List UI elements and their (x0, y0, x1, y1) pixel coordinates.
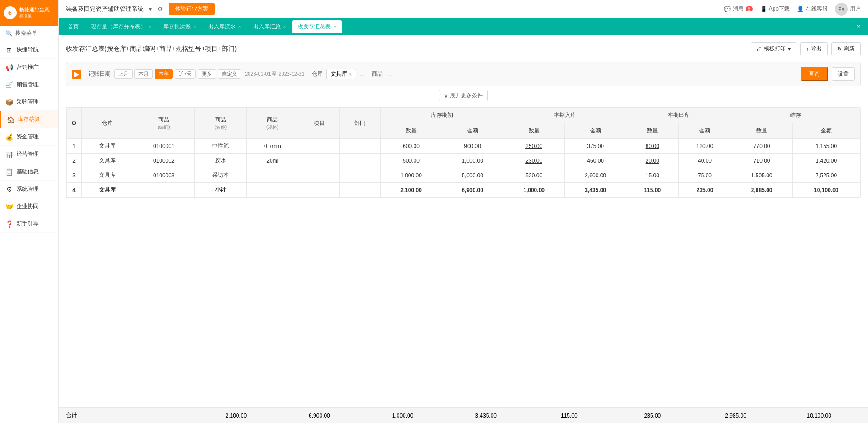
content-area: 收发存汇总表(按仓库+商品编码+商品+规格型号+项目+部门) 🖨 模板打印 ▾ … (59, 35, 868, 407)
system-title: 装备及固定资产辅助管理系统 (66, 5, 144, 13)
date-btn-上月[interactable]: 上月 (114, 69, 133, 79)
basic-icon: 📋 (6, 168, 13, 176)
expand-label: 展开更多条件 (450, 92, 483, 99)
tab-stock-dist[interactable]: 现存量（库存分布表）× (85, 20, 157, 33)
tab-label-batch-ledger: 库存批次账 (163, 23, 191, 31)
sidebar-item-enterprise[interactable]: 🤝企业协同 (0, 198, 58, 215)
inventory-label: 库存核算 (18, 115, 40, 123)
footer-in-qty: 1,000.00 (361, 412, 444, 419)
tab-close-batch-ledger[interactable]: × (194, 24, 196, 29)
tab-in-out-summary[interactable]: 出入库汇总× (248, 20, 292, 33)
user-action[interactable]: Ea 用户 (835, 3, 861, 16)
row-code-1: 0100002 (133, 154, 194, 168)
export-button[interactable]: ↑ 导出 (800, 42, 828, 55)
tab-in-out-flow[interactable]: 出入库流水× (203, 20, 247, 33)
tab-close-in-out-summary[interactable]: × (283, 24, 286, 29)
warehouse-more[interactable]: ... (360, 71, 365, 77)
sidebar-item-system[interactable]: ⚙系统管理 (0, 181, 58, 198)
sidebar-item-quick-nav[interactable]: ⊞快捷导航 (0, 41, 58, 59)
online-service-action[interactable]: 👤 在线客服 (797, 5, 828, 13)
search-icon: 🔍 (6, 30, 12, 37)
product-filter-group: 商品 ... (372, 70, 391, 78)
footer-out-qty: 115.00 (528, 412, 611, 419)
finance-icon: 💰 (6, 133, 13, 141)
tab-label-home: 首页 (68, 23, 79, 31)
main-area: 装备及固定资产辅助管理系统 ▾ ⚙ 体验行业方案 💬 消息 6 📱 App下载 … (59, 0, 868, 423)
date-btn-自定义[interactable]: 自定义 (218, 69, 241, 79)
export-label: 导出 (811, 45, 822, 53)
top-header: 装备及固定资产辅助管理系统 ▾ ⚙ 体验行业方案 💬 消息 6 📱 App下载 … (59, 0, 868, 18)
product-filter-label: 商品 (372, 70, 383, 78)
system-selector[interactable]: ▾ (149, 6, 152, 12)
expand-conditions-button[interactable]: ∨ 展开更多条件 (439, 90, 488, 101)
tab-close-in-out-flow[interactable]: × (238, 24, 241, 29)
sidebar-item-inventory[interactable]: 🏠库存核算 (0, 111, 58, 128)
settings-button[interactable]: 设置 (832, 67, 855, 81)
sidebar-item-marketing[interactable]: 📢营销推广 (0, 59, 58, 76)
date-btn-近7天[interactable]: 近7天 (175, 69, 196, 79)
filter-bar: ▶ 记账日期 上月本月本年近7天更多自定义 2023-01-01 至 2023-… (66, 62, 861, 86)
sidebar-item-purchase[interactable]: 📦采购管理 (0, 93, 58, 111)
close-all-tabs-button[interactable]: × (853, 22, 864, 31)
in-qty-header: 数量 (503, 123, 565, 139)
warehouse-filter-group: 仓库 文具库 × ... (312, 69, 365, 79)
row-dept-2 (339, 168, 380, 183)
row-seq-3: 4 (67, 183, 82, 198)
sidebar-item-basic[interactable]: 📋基础信息 (0, 163, 58, 181)
settings-icon[interactable]: ⚙ (157, 5, 163, 13)
tab-close-recv-send-summary[interactable]: × (333, 24, 336, 29)
row-in-qty-2[interactable]: 520.00 (503, 168, 565, 183)
guide-icon: ❓ (6, 220, 13, 228)
tab-batch-ledger[interactable]: 库存批次账× (158, 20, 202, 33)
tab-bar: 首页现存量（库存分布表）×库存批次账×出入库流水×出入库汇总×收发存汇总表× × (59, 18, 868, 35)
row-out-qty-0[interactable]: 80.00 (626, 139, 679, 154)
row-code-0: 0100001 (133, 139, 194, 154)
closing-amt-header: 金额 (792, 123, 860, 139)
row-in-amt-3: 3,435.00 (565, 183, 626, 198)
refresh-button[interactable]: ↻ 刷新 (831, 42, 861, 55)
row-in-qty-1[interactable]: 230.00 (503, 154, 565, 168)
notification-badge: 6 (746, 6, 753, 11)
row-dept-3 (339, 183, 380, 198)
print-button[interactable]: 🖨 模板打印 ▾ (751, 42, 796, 55)
print-icon: 🖨 (757, 46, 762, 52)
notifications-action[interactable]: 💬 消息 6 (724, 5, 753, 13)
warehouse-tag-close[interactable]: × (349, 71, 352, 77)
trial-button[interactable]: 体验行业方案 (169, 3, 215, 15)
inventory-icon: 🏠 (7, 116, 14, 123)
in-amt-header: 金额 (565, 123, 626, 139)
footer-out-amt: 235.00 (611, 412, 694, 419)
filter-collapse-button[interactable]: ▶ (72, 70, 81, 79)
row-out-qty-2[interactable]: 15.00 (626, 168, 679, 183)
row-seq-2: 3 (67, 168, 82, 183)
app-download-action[interactable]: 📱 App下载 (760, 5, 790, 13)
tab-label-recv-send-summary: 收发存汇总表 (298, 23, 331, 31)
tab-recv-send-summary[interactable]: 收发存汇总表× (292, 20, 342, 33)
row-warehouse-0: 文具库 (82, 139, 133, 154)
sidebar-item-finance[interactable]: 💰资金管理 (0, 128, 58, 146)
date-filter-group: 记账日期 上月本月本年近7天更多自定义 2023-01-01 至 2023-12… (88, 69, 304, 79)
date-btn-本年[interactable]: 本年 (155, 69, 173, 79)
sidebar-search[interactable]: 🔍 搜索菜单 (0, 26, 58, 41)
date-btn-本月[interactable]: 本月 (134, 69, 153, 79)
tab-close-stock-dist[interactable]: × (149, 24, 151, 29)
row-out-qty-1[interactable]: 20.00 (626, 154, 679, 168)
department-col-header: 部门 (339, 108, 380, 139)
query-button[interactable]: 查询 (801, 67, 828, 81)
table-row-0: 1 文具库 0100001 中性笔 0.7mm 600.00 900.00 25… (67, 139, 860, 154)
row-out-amt-0: 120.00 (679, 139, 731, 154)
warehouse-tag[interactable]: 文具库 × (326, 69, 356, 79)
table-row-3: 4 文具库 小计 2,100.00 6,900.00 1,000.00 3,43… (67, 183, 860, 198)
settings-col-header[interactable]: ⚙ (67, 108, 82, 139)
row-warehouse-1: 文具库 (82, 154, 133, 168)
sidebar-item-sales[interactable]: 🛒销售管理 (0, 76, 58, 93)
date-btn-更多[interactable]: 更多 (198, 69, 216, 79)
sidebar-item-business[interactable]: 📊经营管理 (0, 146, 58, 163)
product-more[interactable]: ... (387, 71, 391, 77)
data-table-wrapper: ⚙ 仓库 商品(编码) 商品(名称) 商品(规格) 项目 部门 库存期初 本期入… (66, 107, 861, 198)
row-project-2 (299, 168, 339, 183)
tab-home[interactable]: 首页 (62, 20, 84, 33)
sidebar-item-guide[interactable]: ❓新手引导 (0, 215, 58, 233)
service-label: 在线客服 (806, 5, 828, 13)
row-in-qty-0[interactable]: 250.00 (503, 139, 565, 154)
